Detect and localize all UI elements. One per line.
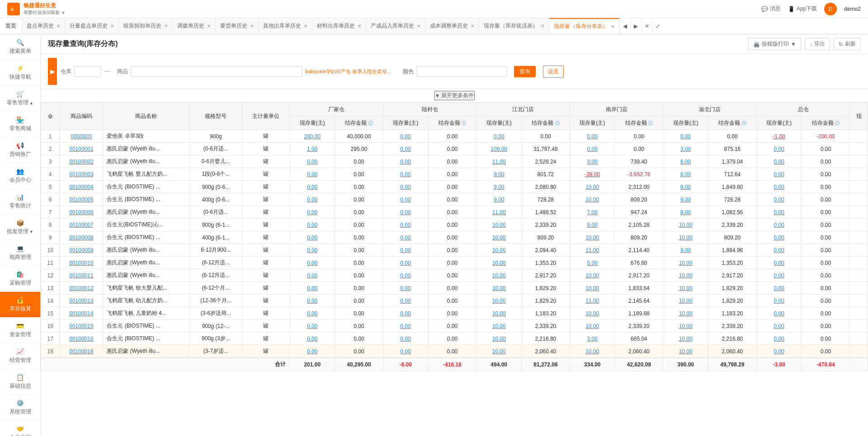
- row-code[interactable]: 00100001: [60, 143, 103, 155]
- row-factory-qty[interactable]: 200.00: [290, 130, 335, 143]
- row-yubei-qty[interactable]: 10.00: [663, 320, 708, 333]
- tab-qita[interactable]: 其他出库单历史 ✕: [259, 18, 312, 34]
- row-jiangbei-qty[interactable]: 0.00: [476, 130, 522, 143]
- row-jiangbei-qty[interactable]: 10.00: [476, 333, 522, 345]
- tab-close-icon[interactable]: ✕: [57, 23, 60, 28]
- row-code[interactable]: 00100006: [60, 206, 103, 219]
- row-code[interactable]: 00100005: [60, 193, 103, 206]
- row-lucun-qty[interactable]: 0.00: [383, 295, 428, 307]
- sidebar-item-system[interactable]: ⚙️ 系统管理: [0, 395, 40, 421]
- refresh-btn[interactable]: ↻ 刷新: [834, 38, 861, 50]
- row-yubei-qty[interactable]: 6.00: [663, 155, 708, 168]
- row-total-qty[interactable]: 0.00: [756, 282, 802, 295]
- tab-close-icon[interactable]: ✕: [358, 23, 361, 28]
- message-btn[interactable]: 💬 消息: [761, 5, 781, 13]
- app-download-btn[interactable]: 📱 App下载: [788, 5, 817, 13]
- row-nanan-qty[interactable]: 3.00: [570, 155, 615, 168]
- row-yubei-qty[interactable]: 8.00: [663, 181, 708, 193]
- row-nanan-qty[interactable]: 10.00: [570, 193, 615, 206]
- th-settings[interactable]: ⚙: [41, 103, 60, 130]
- row-yubei-qty[interactable]: 8.00: [663, 206, 708, 219]
- row-nanan-qty[interactable]: 0.00: [570, 130, 615, 143]
- row-code[interactable]: 00100007: [60, 219, 103, 231]
- tab-close-icon[interactable]: ✕: [541, 23, 544, 28]
- row-total-qty[interactable]: 0.00: [756, 206, 802, 219]
- row-code[interactable]: 00100011: [60, 269, 103, 282]
- subtitle-dropdown-icon[interactable]: ▼: [61, 10, 66, 15]
- row-factory-qty[interactable]: 0.00: [290, 206, 335, 219]
- row-code[interactable]: 0000003: [60, 130, 103, 143]
- sidebar-item-finance[interactable]: 💳 资金管理: [0, 318, 40, 343]
- row-total-qty[interactable]: 0.00: [756, 244, 802, 257]
- row-total-qty[interactable]: 0.00: [756, 307, 802, 320]
- query-btn[interactable]: 查询: [514, 66, 536, 77]
- row-lucun-qty[interactable]: 0.00: [383, 307, 428, 320]
- tab-home[interactable]: 首页: [0, 18, 22, 34]
- row-lucun-qty[interactable]: 0.00: [383, 168, 428, 181]
- tab-chancheng[interactable]: 产成品入库单历史 ✕: [366, 18, 425, 34]
- sidebar-item-inventory[interactable]: 💰 库存核算: [0, 292, 40, 318]
- row-nanan-qty[interactable]: 10.00: [570, 320, 615, 333]
- sidebar-item-retail-mall[interactable]: 🏪 零售商城: [0, 112, 40, 137]
- row-jiangbei-qty[interactable]: 10.00: [476, 345, 522, 358]
- row-yubei-qty[interactable]: 10.00: [663, 345, 708, 358]
- row-yubei-qty[interactable]: 3.00: [663, 143, 708, 155]
- row-factory-qty[interactable]: 0.00: [290, 282, 335, 295]
- row-jiangbei-qty[interactable]: 9.00: [476, 193, 522, 206]
- tab-chengben[interactable]: 成本调整单历史 ✕: [425, 18, 479, 34]
- row-nanan-qty[interactable]: 7.00: [570, 206, 615, 219]
- row-total-qty[interactable]: 0.00: [756, 143, 802, 155]
- row-yubei-qty[interactable]: 10.00: [663, 307, 708, 320]
- row-jiangbei-qty[interactable]: 109.00: [476, 143, 522, 155]
- tab-close-icon[interactable]: ✕: [250, 23, 254, 28]
- tab-close-all-btn[interactable]: ✕: [641, 18, 652, 34]
- row-factory-qty[interactable]: 0.00: [290, 269, 335, 282]
- row-factory-qty[interactable]: 0.00: [290, 181, 335, 193]
- row-lucun-qty[interactable]: 0.00: [383, 257, 428, 269]
- settings-icon[interactable]: ⚙: [48, 113, 53, 120]
- row-jiangbei-qty[interactable]: 10.00: [476, 282, 522, 295]
- row-nanan-qty[interactable]: 11.00: [570, 244, 615, 257]
- row-code[interactable]: 00100015: [60, 320, 103, 333]
- row-factory-qty[interactable]: 0.00: [290, 231, 335, 244]
- row-factory-qty[interactable]: 0.00: [290, 307, 335, 320]
- tab-close-icon[interactable]: ✕: [207, 23, 211, 28]
- settings-btn[interactable]: 设置: [543, 66, 564, 78]
- sidebar-item-quicknav[interactable]: ⚡ 快捷导航: [0, 60, 40, 86]
- row-total-qty[interactable]: 0.00: [756, 333, 802, 345]
- tab-fenpan[interactable]: 分量盘点单历史 ✕: [65, 18, 119, 34]
- print-btn[interactable]: 🖨️ 按模版打印 ▼: [748, 38, 801, 50]
- row-factory-qty[interactable]: 0.00: [290, 168, 335, 181]
- row-nanan-qty[interactable]: 10.00: [570, 345, 615, 358]
- tab-close-icon[interactable]: ✕: [304, 23, 307, 28]
- sidebar-item-marketing[interactable]: 📢 营销推广: [0, 137, 40, 163]
- row-factory-qty[interactable]: 0.00: [290, 295, 335, 307]
- tab-next-btn[interactable]: ▶: [630, 18, 641, 34]
- row-lucun-qty[interactable]: 0.00: [383, 244, 428, 257]
- row-nanan-qty[interactable]: 3.00: [570, 333, 615, 345]
- row-total-qty[interactable]: 0.00: [756, 181, 802, 193]
- row-lucun-qty[interactable]: 0.00: [383, 269, 428, 282]
- row-lucun-qty[interactable]: 0.00: [383, 219, 428, 231]
- user-avatar[interactable]: D: [824, 3, 837, 15]
- row-total-qty[interactable]: 0.00: [756, 231, 802, 244]
- row-code[interactable]: 00100010: [60, 257, 103, 269]
- tab-close-icon[interactable]: ✕: [110, 23, 114, 28]
- row-lucun-qty[interactable]: 0.00: [383, 320, 428, 333]
- row-code[interactable]: 00100016: [60, 333, 103, 345]
- row-lucun-qty[interactable]: 0.00: [383, 206, 428, 219]
- row-jiangbei-qty[interactable]: 10.00: [476, 320, 522, 333]
- tab-yaohuo[interactable]: 要货单历史 ✕: [216, 18, 259, 34]
- goods-input[interactable]: [131, 66, 302, 77]
- sidebar-item-wholesale[interactable]: 📦 批发管理 ▼: [0, 215, 40, 240]
- row-code[interactable]: 00100009: [60, 244, 103, 257]
- row-nanan-qty[interactable]: 10.00: [570, 282, 615, 295]
- row-factory-qty[interactable]: 0.00: [290, 345, 335, 358]
- sidebar-item-operations[interactable]: 📈 经营管理: [0, 343, 40, 369]
- row-nanan-qty[interactable]: 10.00: [570, 181, 615, 193]
- sidebar-item-retail-stats[interactable]: 📊 零售统计: [0, 189, 40, 215]
- row-factory-qty[interactable]: 0.00: [290, 193, 335, 206]
- row-yubei-qty[interactable]: 10.00: [663, 231, 708, 244]
- row-lucun-qty[interactable]: 0.00: [383, 193, 428, 206]
- expand-conditions-btn[interactable]: ▼ 展开更多条件: [434, 91, 475, 100]
